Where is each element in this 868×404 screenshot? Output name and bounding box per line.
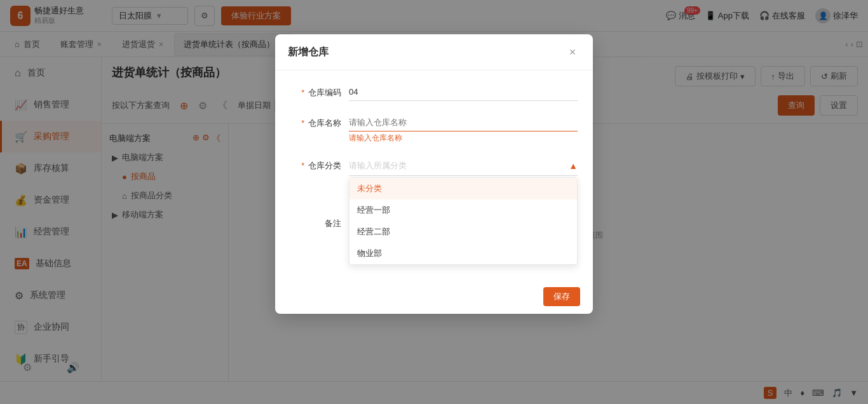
modal-header: 新增仓库 × [275,34,593,71]
category-dropdown: 请输入所属分类 ▲ 未分类 经营一部 经营二部 物业部 [349,156,578,176]
modal-title: 新增仓库 [288,46,329,59]
name-control: 请输入仓库名称 [349,114,578,144]
option-dept2[interactable]: 经营二部 [349,221,577,243]
name-label: * 仓库名称 [290,114,341,129]
new-warehouse-modal: 新增仓库 × * 仓库编码 * 仓库名称 请输入仓库名称 [275,34,593,314]
code-input[interactable] [349,83,578,101]
code-label: * 仓库编码 [290,83,341,98]
modal-footer: 保存 [275,279,593,314]
category-control: 请输入所属分类 ▲ 未分类 经营一部 经营二部 物业部 [349,156,578,176]
code-control [349,83,578,101]
dropdown-list: 未分类 经营一部 经营二部 物业部 [349,177,578,265]
code-row: * 仓库编码 [290,83,578,101]
modal-body: * 仓库编码 * 仓库名称 请输入仓库名称 * 仓库分类 [275,71,593,279]
save-button[interactable]: 保存 [543,287,580,306]
option-uncategorized[interactable]: 未分类 [349,178,577,199]
note-label: 备注 [290,214,341,229]
option-dept3[interactable]: 物业部 [349,243,577,264]
name-input[interactable] [349,114,578,131]
option-dept1[interactable]: 经营一部 [349,199,577,221]
name-error-msg: 请输入仓库名称 [349,133,578,144]
dropdown-up-arrow[interactable]: ▲ [569,161,578,171]
category-label: * 仓库分类 [290,156,341,172]
category-input[interactable]: 请输入所属分类 ▲ [349,156,578,176]
category-placeholder: 请输入所属分类 [349,160,407,172]
category-row: * 仓库分类 请输入所属分类 ▲ 未分类 经营一部 经营二部 物业部 [290,156,578,176]
name-row: * 仓库名称 请输入仓库名称 [290,114,578,144]
modal-close-button[interactable]: × [565,44,580,60]
